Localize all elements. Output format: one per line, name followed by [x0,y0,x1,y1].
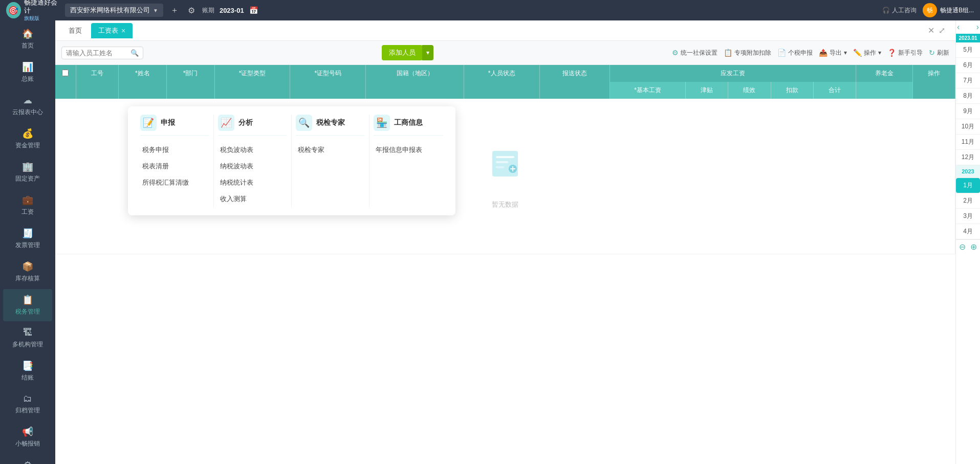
expand-button[interactable]: ⊕ [970,242,977,252]
dropdown-item-tax-fluctuation[interactable]: 税负波动表 [218,142,287,158]
add-person-button[interactable]: 添加人员 [382,45,423,60]
special-deduction-button[interactable]: 📋 专项附加扣除 [724,49,771,57]
next-year-button[interactable]: › [976,23,979,32]
check-all[interactable] [62,70,69,76]
sidebar-item-home[interactable]: 🏠 首页 [3,23,52,55]
collapse-button[interactable]: ⊖ [959,242,966,252]
operations-button[interactable]: ✏️ 操作 ▾ [853,49,881,57]
main-layout: 🏠 首页 📊 总账 ☁ 云报表中心 💰 资金管理 🏢 固定资产 💼 工资 🧾 发… [0,20,980,464]
fixed-assets-icon: 🏢 [22,161,33,172]
company-selector[interactable]: 西安虾米网络科技有限公司 ▼ [65,4,163,17]
sidebar-item-ledger[interactable]: 📊 总账 [3,56,52,89]
rs-month-6[interactable]: 6月 [956,58,980,73]
ledger-icon: 📊 [22,61,33,73]
dropdown-item-tax-declare[interactable]: 税务申报 [140,142,209,158]
inventory-icon: 📦 [22,261,33,272]
sidebar-item-archive[interactable]: 🗂 归档管理 [3,388,52,420]
sidebar-item-invoice[interactable]: 🧾 发票管理 [3,223,52,255]
search-input[interactable] [66,49,127,57]
rs-month-1[interactable]: 1月 [956,178,980,193]
rs-month-10[interactable]: 10月 [956,119,980,135]
dropdown-col-declare: 📝 申报 税务申报 税表清册 所得税汇算清缴 [136,115,214,207]
sidebar-item-cloud-report[interactable]: ☁ 云报表中心 [3,90,52,122]
rs-month-5[interactable]: 5月 [956,42,980,58]
rs-month-12[interactable]: 12月 [956,150,980,165]
closing-icon: 📑 [22,360,33,371]
rs-month-2[interactable]: 2月 [956,193,980,209]
sidebar-item-funds[interactable]: 💰 资金管理 [3,123,52,155]
empty-icon [485,143,526,194]
col-allowance: 津贴 [685,82,728,99]
tab-home[interactable]: 首页 [61,23,89,38]
expand-window-button[interactable]: ⤢ [939,26,945,35]
dropdown-item-income-estimate[interactable]: 收入测算 [218,191,287,207]
guide-button[interactable]: ❓ 新手引导 [887,49,923,57]
funds-icon: 💰 [22,128,33,139]
avatar: 畅 [923,3,937,17]
col-name: *姓名 [118,65,166,82]
dropdown-item-tax-fluctuation2[interactable]: 纳税波动表 [218,158,287,174]
export-button[interactable]: 📤 导出 ▾ [819,49,847,57]
dropdown-col-tax-expert-header: 🔍 税检专家 [296,115,365,136]
dropdown-item-tax-stats[interactable]: 纳税统计表 [218,174,287,191]
settings-icon[interactable]: ⚙ [186,4,197,17]
home-icon: 🏠 [22,28,33,39]
tab-salary[interactable]: 工资表 × [91,23,133,38]
chevron-down-icon: ▼ [153,8,158,13]
right-sidebar-year-label: 2023.01 [956,34,980,42]
dropdown-item-tax-form[interactable]: 税表清册 [140,158,209,174]
rs-month-11[interactable]: 11月 [956,135,980,150]
tab-close-icon[interactable]: × [121,27,125,35]
dropdown-item-tax-expert[interactable]: 税检专家 [296,142,365,158]
sidebar-item-salary[interactable]: 💼 工资 [3,189,52,222]
sidebar-item-closing[interactable]: 📑 结账 [3,355,52,387]
export-chevron: ▾ [844,49,847,56]
individual-tax-button[interactable]: 📄 个税申报 [777,49,813,57]
sidebar-item-basic-settings[interactable]: ⚙ 基础设置 [3,454,52,464]
select-all-checkbox[interactable] [55,65,76,82]
sidebar-item-tax[interactable]: 📋 税务管理 [3,289,52,321]
sidebar-item-inventory[interactable]: 📦 库存核算 [3,256,52,288]
settings-icon: ⚙ [24,459,32,464]
rs-month-7[interactable]: 7月 [956,73,980,89]
app-subtitle: 旗舰版 [24,15,60,22]
dropdown-col-business: 🏪 工商信息 年报信息申报表 [369,115,447,207]
rs-month-3[interactable]: 3月 [956,209,980,224]
toolbar: 🔍 添加人员 ▾ ⚙ 统一社保设置 📋 专项附加扣除 📄 [55,41,955,65]
close-window-button[interactable]: ✕ [928,26,934,35]
user-info[interactable]: 畅 畅捷通B组... [923,3,974,17]
col-performance: 绩效 [728,82,771,99]
rs-month-9[interactable]: 9月 [956,104,980,119]
add-company-button[interactable]: ＋ [168,3,181,18]
sidebar-item-fixed-assets[interactable]: 🏢 固定资产 [3,156,52,188]
col-total: 合计 [813,82,856,99]
window-controls: ✕ ⤢ [928,26,949,35]
expense-icon: 📢 [22,426,33,437]
prev-year-button[interactable]: ‹ [957,23,960,32]
calendar-icon[interactable]: 📅 [249,6,258,14]
content-area: 首页 工资表 × ✕ ⤢ 🔍 添加人员 ▾ [55,20,955,464]
dropdown-item-annual-report[interactable]: 年报信息申报表 [374,142,443,158]
rs-month-4[interactable]: 4月 [956,224,980,239]
col-work-id: 工号 [76,65,118,82]
col-operations: 操作 [912,65,955,82]
unified-social-security-button[interactable]: ⚙ 统一社保设置 [672,49,717,57]
logo-icon: 🎯 [6,2,21,18]
refresh-button[interactable]: ↻ 刷新 [929,49,949,57]
add-person-dropdown[interactable]: ▾ [422,45,433,60]
dropdown-col-business-header: 🏪 工商信息 [374,115,443,136]
security-icon: ⚙ [672,49,679,57]
refresh-icon: ↻ [929,49,935,57]
tax-declare-icon: 📄 [777,49,786,57]
col-payroll-group: 应发工资 [610,65,856,82]
multi-org-icon: 🏗 [23,327,32,338]
top-right-area: 🎧 人工咨询 畅 畅捷通B组... [882,3,974,17]
sidebar-item-expense[interactable]: 📢 小畅报销 [3,421,52,453]
user-name: 畅捷通B组... [940,6,974,15]
dropdown-col-analysis-header: 📈 分析 [218,115,287,136]
rs-month-8[interactable]: 8月 [956,89,980,104]
service-button[interactable]: 🎧 人工咨询 [882,6,917,15]
sidebar-item-multi-org[interactable]: 🏗 多机构管理 [3,322,52,354]
dropdown-item-income-tax[interactable]: 所得税汇算清缴 [140,174,209,191]
col-report-status: 报送状态 [539,65,609,82]
